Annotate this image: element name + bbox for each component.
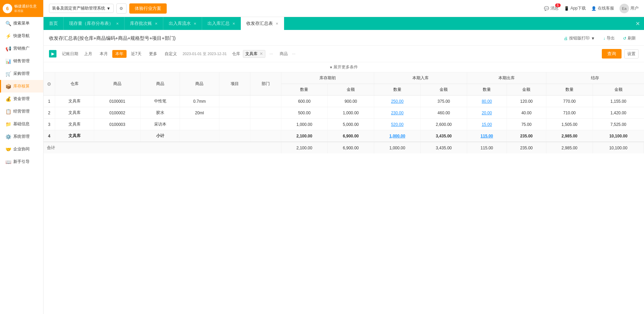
row-in-amt: 375.00	[420, 96, 467, 107]
row-in-qty[interactable]: 1,000.00	[374, 130, 420, 142]
page-title: 收发存汇总表(按仓库+商品编码+商品+规格型号+项目+部门)	[49, 35, 176, 42]
filter-expand-button[interactable]: ▶	[49, 50, 56, 57]
sidebar-item-label: 库存核算	[13, 83, 30, 89]
sidebar-item-quick[interactable]: ⚡ 快捷导航	[0, 30, 43, 42]
row-in-qty[interactable]: 230.00	[374, 107, 420, 119]
refresh-button[interactable]: ↺ 刷新	[620, 34, 639, 43]
print-mode-button[interactable]: 🖨 按钮版打印 ▼	[561, 34, 598, 43]
footer-out-amt: 235.00	[507, 142, 546, 153]
filter-settings-button[interactable]: 设置	[624, 49, 639, 59]
tab-close-icon[interactable]: ✕	[232, 22, 235, 26]
logo-text: 畅捷通好生意 标准版	[14, 4, 37, 13]
dropdown-arrow-icon: ▼	[106, 6, 111, 11]
tab-inventory-dist-label: 现存量（库存分布表）	[69, 20, 113, 27]
row-in-qty[interactable]: 250.00	[374, 96, 420, 107]
date-filter-group: 记账日期 上月 本月 本年 近7天 更多 自定义 2023-01-01 至 20…	[62, 50, 227, 58]
sidebar-item-label: 搜索菜单	[13, 20, 30, 26]
row-out-qty[interactable]: 80.00	[467, 96, 507, 107]
tab-in-out-flow[interactable]: 出入库流水 ✕	[163, 17, 202, 30]
tab-batch-account[interactable]: 库存批次账 ✕	[125, 17, 163, 30]
page-actions: 🖨 按钮版打印 ▼ ↓ 导出 ↺ 刷新	[561, 34, 639, 43]
table-footer-row: 合计 2,100.00 6,900.00 1,000.00 3,435.00 1…	[44, 142, 644, 153]
row-open-qty: 1,000.00	[281, 119, 328, 130]
sidebar-item-marketing[interactable]: 📢 营销推广	[0, 42, 43, 55]
tab-bar-close-button[interactable]: ✕	[631, 17, 644, 30]
this-year-btn[interactable]: 本年	[112, 50, 127, 58]
app-download-label: App下载	[571, 5, 586, 11]
row-out-qty[interactable]: 115.00	[467, 130, 507, 142]
row-close-qty: 770.00	[546, 96, 593, 107]
marketing-icon: 📢	[5, 46, 11, 51]
tab-in-out-flow-label: 出入库流水	[169, 20, 191, 27]
warehouse-filter-label: 仓库	[232, 51, 240, 57]
tab-close-icon[interactable]: ✕	[116, 22, 119, 26]
row-open-amt: 5,000.00	[328, 119, 374, 130]
tab-in-out-summary[interactable]: 出入库汇总 ✕	[202, 17, 241, 30]
sidebar-item-newbie[interactable]: 📖 新手引导	[0, 155, 43, 168]
chevron-down-icon: ▾	[330, 65, 332, 70]
last7-btn[interactable]: 近7天	[128, 50, 145, 58]
prev-month-btn[interactable]: 上月	[81, 50, 95, 58]
sidebar-item-finance[interactable]: 💰 资金管理	[0, 93, 43, 105]
row-in-amt: 2,600.00	[420, 119, 467, 130]
this-month-btn[interactable]: 本月	[97, 50, 111, 58]
system-title-dropdown[interactable]: 装备及固定资产辅助管理系统 ▼	[49, 4, 114, 13]
sidebar-item-search[interactable]: 🔍 搜索菜单	[0, 17, 43, 30]
row-open-qty: 500.00	[281, 107, 328, 119]
logo-icon: 6	[3, 4, 12, 13]
col-in-qty-header: 数量	[374, 84, 420, 96]
sidebar-item-enterprise[interactable]: 🤝 企业协同	[0, 143, 43, 155]
date-filter-label: 记账日期	[62, 51, 78, 57]
custom-btn[interactable]: 自定义	[162, 50, 180, 58]
app-download-button[interactable]: 📱 App下载	[564, 5, 586, 11]
row-out-qty[interactable]: 15.00	[467, 119, 507, 130]
goods-more-icon[interactable]: ···	[291, 51, 297, 57]
table-row: 2文具库0100002胶水20ml500.001,000.00230.00460…	[44, 107, 644, 119]
tab-close-icon[interactable]: ✕	[155, 22, 158, 26]
sidebar-item-system[interactable]: ⚙️ 系统管理	[0, 130, 43, 143]
row-out-amt: 40.00	[507, 107, 546, 119]
try-button[interactable]: 体验行业方案	[129, 3, 167, 14]
user-menu[interactable]: Ea 用户	[620, 4, 639, 13]
sidebar-item-basic[interactable]: 📁 基础信息	[0, 118, 43, 130]
tab-collect-summary[interactable]: 收发存汇总表 ✕	[241, 17, 284, 30]
sidebar-item-purchase[interactable]: 🛒 采购管理	[0, 67, 43, 80]
warehouse-tag-close-icon[interactable]: ✕	[260, 51, 263, 56]
more-btn[interactable]: 更多	[146, 50, 160, 58]
filter-right-actions: 查询 设置	[602, 49, 639, 59]
col-out-qty-header: 数量	[467, 84, 507, 96]
query-button[interactable]: 查询	[602, 49, 622, 59]
page-header: 收发存汇总表(按仓库+商品编码+商品+规格型号+项目+部门) 🖨 按钮版打印 ▼…	[44, 30, 644, 46]
sidebar-item-sales[interactable]: 📊 销售管理	[0, 55, 43, 67]
sidebar-item-operation[interactable]: 📋 经营管理	[0, 105, 43, 118]
settings-gear-button[interactable]: ⚙	[116, 3, 127, 14]
export-button[interactable]: ↓ 导出	[600, 34, 617, 43]
row-close-amt: 7,525.00	[593, 119, 644, 130]
tab-inventory-dist[interactable]: 现存量（库存分布表） ✕	[64, 17, 125, 30]
message-button[interactable]: 💬 消息 6	[544, 5, 559, 11]
data-table: ⚙ 仓库 商品 商品 商品 项目 部门 库存期初 本期入库 本期出库 结存	[44, 72, 644, 153]
col-closing-amount-header: 金额	[593, 84, 644, 96]
tab-close-active-icon[interactable]: ✕	[276, 22, 278, 26]
row-out-amt: 75.00	[507, 119, 546, 130]
row-in-qty[interactable]: 520.00	[374, 119, 420, 130]
row-code: 0100003	[94, 119, 141, 130]
main-area: 装备及固定资产辅助管理系统 ▼ ⚙ 体验行业方案 💬 消息 6 📱 App下载 …	[44, 0, 644, 314]
row-out-qty[interactable]: 20.00	[467, 107, 507, 119]
row-spec	[180, 130, 219, 142]
online-service-button[interactable]: 👤 在线客服	[591, 5, 614, 11]
table-settings-icon[interactable]: ⚙	[47, 81, 51, 87]
warehouse-more-icon[interactable]: ···	[268, 51, 274, 57]
row-warehouse: 文具库	[55, 130, 94, 142]
page-content: 收发存汇总表(按仓库+商品编码+商品+规格型号+项目+部门) 🖨 按钮版打印 ▼…	[44, 30, 644, 314]
sidebar-item-label: 基础信息	[13, 121, 30, 127]
tab-close-icon[interactable]: ✕	[194, 22, 196, 26]
col-out-amount-header: 金额	[507, 84, 546, 96]
footer-close-amt: 10,100.00	[593, 142, 644, 153]
expand-more-button[interactable]: ▾ 展开更多条件	[330, 64, 358, 70]
row-name: 中性笔	[141, 96, 180, 107]
tab-home[interactable]: 首页	[44, 17, 64, 30]
sidebar-item-inventory[interactable]: 📦 库存核算	[0, 80, 43, 93]
topbar-right: 💬 消息 6 📱 App下载 👤 在线客服 Ea 用户	[544, 4, 639, 13]
row-spec	[180, 119, 219, 130]
